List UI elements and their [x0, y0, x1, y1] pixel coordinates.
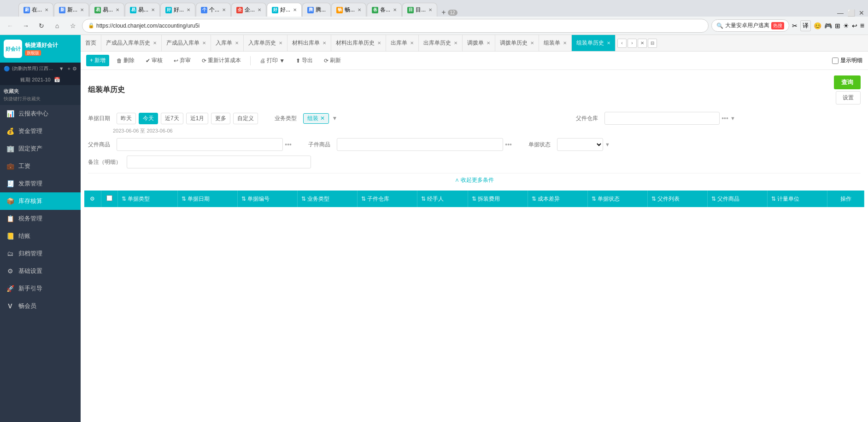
browser-tab-3[interactable]: 易 易... ✕: [89, 3, 124, 17]
browser-tab-9[interactable]: 腾 腾...: [302, 3, 331, 17]
browser-tab-4[interactable]: 易 易... ✕: [125, 3, 160, 17]
tab-close-12[interactable]: ✕: [428, 7, 432, 12]
set-btn[interactable]: 设置: [836, 91, 861, 104]
th-unit[interactable]: ⇅计量单位: [767, 191, 827, 207]
tab-assembly-history[interactable]: 组装单历史 ✕: [572, 35, 616, 52]
sidebar-item-assets[interactable]: 🏢 固定资产: [0, 140, 81, 157]
tab-close-10[interactable]: ✕: [358, 7, 361, 12]
child-goods-input[interactable]: [337, 138, 503, 151]
menu-icon[interactable]: ≡: [860, 22, 864, 30]
th-settings[interactable]: ⚙: [84, 191, 101, 207]
parent-goods-input[interactable]: [117, 138, 283, 151]
maximize-btn[interactable]: ⬜: [847, 9, 855, 17]
week7-btn[interactable]: 近7天: [161, 113, 183, 124]
memo-input[interactable]: [127, 156, 311, 168]
tab-close-transfer-history[interactable]: ✕: [530, 40, 534, 46]
sidebar-item-reports[interactable]: 📊 云报表中心: [0, 105, 81, 122]
tab-close-1[interactable]: ✕: [45, 7, 48, 12]
settings-icon-company[interactable]: ⚙: [72, 66, 77, 72]
tab-close-material-outbound[interactable]: ✕: [323, 40, 326, 46]
th-doc-no[interactable]: ⇅单据编号: [237, 191, 297, 207]
search-bar[interactable]: 🔍 大量安卓用户逃离 热搜: [711, 19, 789, 32]
abandon-btn[interactable]: ↩ 弃审: [170, 55, 194, 66]
tab-close-all[interactable]: ✕: [638, 39, 647, 48]
delete-btn[interactable]: 🗑 删除: [113, 55, 138, 66]
tab-transfer[interactable]: 调拨单 ✕: [463, 35, 495, 52]
tab-close-outbound-history[interactable]: ✕: [454, 40, 457, 46]
browser-tab-2[interactable]: 新 新... ✕: [54, 3, 89, 17]
sidebar-item-settings[interactable]: ⚙ 基础设置: [0, 262, 81, 280]
tab-assembly[interactable]: 组装单 ✕: [539, 35, 572, 52]
tab-close-3[interactable]: ✕: [116, 7, 119, 12]
sidebar-item-funds[interactable]: 💰 资金管理: [0, 122, 81, 140]
browser-tab-6[interactable]: 个 个... ✕: [196, 3, 231, 17]
back-btn[interactable]: ←: [4, 19, 17, 32]
tab-close-assembly[interactable]: ✕: [563, 40, 567, 46]
sidebar-item-settle[interactable]: 📒 结账: [0, 227, 81, 245]
th-cost-diff[interactable]: ⇅成本差异: [528, 191, 587, 207]
th-handler[interactable]: ⇅经手人: [417, 191, 468, 207]
refresh-btn-toolbar[interactable]: ⟳ 刷新: [320, 55, 345, 66]
parent-goods-more-icon[interactable]: •••: [285, 141, 292, 148]
th-doc-type[interactable]: ⇅单据类型: [117, 191, 177, 207]
query-btn[interactable]: 查询: [834, 75, 861, 89]
company-selector[interactable]: 🔵 (勿删勿禁用) 江西服宝测试专用 ▼ + ⚙: [0, 63, 81, 75]
tab-outbound-history[interactable]: 出库单历史 ✕: [419, 35, 463, 52]
collapse-bar[interactable]: ∧ 收起更多条件: [88, 173, 861, 187]
tab-close-2[interactable]: ✕: [80, 7, 84, 12]
forward-btn[interactable]: →: [19, 19, 32, 32]
custom-btn[interactable]: 自定义: [233, 113, 258, 124]
sidebar-item-tax[interactable]: 📋 税务管理: [0, 210, 81, 227]
child-goods-more-icon[interactable]: •••: [505, 141, 512, 148]
tab-material-outbound[interactable]: 材料出库单 ✕: [287, 35, 331, 52]
browser-tab-11[interactable]: 各 各... ✕: [367, 3, 402, 17]
th-parent-goods[interactable]: ⇅父件商品: [707, 191, 767, 207]
th-disassemble-fee[interactable]: ⇅拆装费用: [468, 191, 528, 207]
tab-home[interactable]: 首页: [81, 35, 101, 52]
tab-close-6[interactable]: ✕: [222, 7, 226, 12]
month1-btn[interactable]: 近1月: [186, 113, 209, 124]
th-doc-status[interactable]: ⇅单据状态: [587, 191, 647, 207]
tab-close-transfer[interactable]: ✕: [487, 40, 490, 46]
sidebar-item-payroll[interactable]: 💼 工资: [0, 157, 81, 175]
sidebar-item-inventory[interactable]: 📦 库存核算: [0, 192, 81, 210]
biz-type-dropdown-icon[interactable]: ▼: [332, 115, 337, 121]
doc-status-dropdown-icon[interactable]: ▼: [605, 142, 610, 147]
tab-menu[interactable]: ⊟: [648, 39, 657, 48]
tab-inbound-history[interactable]: 入库单历史 ✕: [244, 35, 287, 52]
audit-btn[interactable]: ✔ 审核: [142, 55, 166, 66]
tab-finished-goods[interactable]: 产成品入库单 ✕: [162, 35, 211, 52]
new-tab-btn[interactable]: +: [441, 8, 446, 17]
browser-tab-8[interactable]: 好 好... ✕: [267, 3, 302, 17]
browser-tab-7[interactable]: 企 企... ✕: [231, 3, 266, 17]
th-child-wh[interactable]: ⇅子件仓库: [357, 191, 417, 207]
browser-tab-12[interactable]: 目 目... ✕: [402, 3, 437, 17]
tab-close-8[interactable]: ✕: [293, 7, 297, 12]
sidebar-item-invoice[interactable]: 🧾 发票管理: [0, 175, 81, 192]
tab-close-inbound-history[interactable]: ✕: [279, 40, 282, 46]
today-btn[interactable]: 今天: [139, 113, 158, 124]
export-btn[interactable]: ⬆ 导出: [292, 55, 317, 66]
refresh-btn[interactable]: ↻: [35, 19, 48, 32]
tab-inbound[interactable]: 入库单 ✕: [211, 35, 244, 52]
tab-outbound[interactable]: 出库单 ✕: [386, 35, 419, 52]
parent-warehouse-more-icon[interactable]: •••: [721, 115, 728, 122]
biz-type-tag-remove[interactable]: ✕: [320, 115, 325, 121]
sidebar-item-archive[interactable]: 🗂 归档管理: [0, 245, 81, 262]
display-toggle-checkbox[interactable]: [832, 58, 839, 64]
new-btn[interactable]: + 新增: [86, 55, 109, 66]
favorites-bar[interactable]: 收藏夹 快捷键打开收藏夹: [0, 85, 81, 105]
parent-warehouse-input[interactable]: [604, 112, 720, 125]
address-bar[interactable]: 🔒 https://cloud.chanjet.com/accounting/u…: [82, 19, 709, 33]
tab-material-outbound-history[interactable]: 材料出库单历史 ✕: [331, 35, 386, 52]
recalc-btn[interactable]: ⟳ 重新计算成本: [198, 55, 245, 66]
parent-warehouse-dropdown-icon[interactable]: ▼: [730, 116, 735, 121]
tab-nav-right[interactable]: ›: [628, 39, 637, 48]
close-btn[interactable]: ✕: [859, 9, 864, 17]
tab-close-5[interactable]: ✕: [187, 7, 190, 12]
tab-close-11[interactable]: ✕: [393, 7, 397, 12]
select-all-checkbox[interactable]: [106, 195, 112, 201]
tab-finished-goods-history[interactable]: 产成品入库单历史 ✕: [101, 35, 162, 52]
tab-close-finished-goods[interactable]: ✕: [202, 40, 206, 46]
more-btn[interactable]: 更多: [211, 113, 230, 124]
